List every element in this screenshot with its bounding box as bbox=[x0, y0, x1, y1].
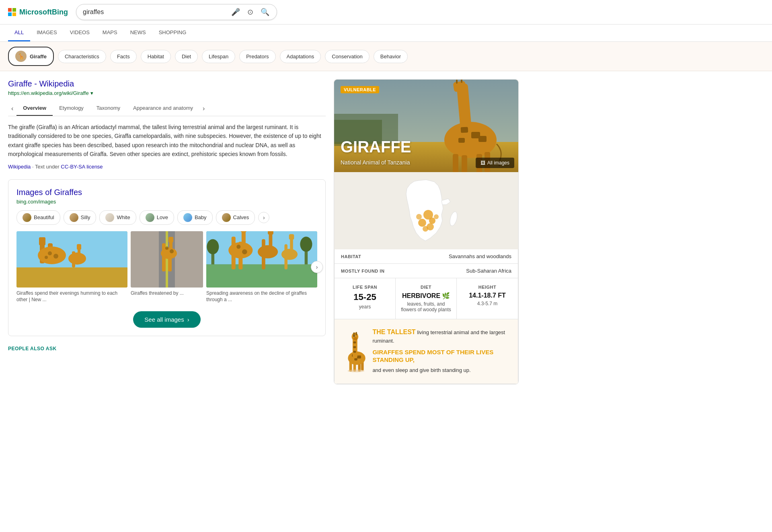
suggestion-predators-label: Predators bbox=[246, 53, 269, 60]
svg-point-37 bbox=[236, 244, 240, 249]
svg-point-69 bbox=[427, 223, 434, 230]
svg-point-66 bbox=[429, 218, 435, 224]
svg-point-71 bbox=[434, 214, 439, 219]
svg-point-34 bbox=[228, 242, 253, 258]
fun-fact-body-title: GIRAFFES SPEND MOST OF THEIR LIVES STAND… bbox=[372, 348, 510, 364]
filter-white[interactable]: White bbox=[99, 210, 136, 225]
filter-thumb-beautiful bbox=[23, 213, 31, 222]
wiki-subtab-next[interactable]: › bbox=[199, 102, 208, 115]
svg-rect-14 bbox=[77, 244, 81, 250]
svg-point-88 bbox=[353, 337, 357, 340]
svg-point-67 bbox=[418, 219, 426, 227]
suggestion-adaptations[interactable]: Adaptations bbox=[280, 50, 321, 63]
height-unit: 4.3-5.7 m bbox=[462, 301, 513, 306]
suggestion-diet[interactable]: Diet bbox=[175, 50, 198, 63]
diet-detail: leaves, fruits, and flowers of woody pla… bbox=[400, 301, 452, 312]
filter-baby[interactable]: Baby bbox=[177, 210, 213, 225]
filters-next-arrow[interactable]: › bbox=[258, 212, 269, 223]
svg-point-87 bbox=[353, 335, 355, 337]
svg-point-40 bbox=[258, 245, 278, 258]
svg-rect-45 bbox=[290, 237, 293, 255]
suggestion-lifespan-label: Lifespan bbox=[209, 53, 228, 60]
image-2[interactable] bbox=[131, 231, 203, 288]
suggestion-lifespan[interactable]: Lifespan bbox=[202, 50, 235, 63]
main-layout: Giraffe - Wikipedia https://en.wikipedia… bbox=[0, 71, 531, 392]
suggestion-diet-label: Diet bbox=[182, 53, 191, 60]
image-3-caption: Spreading awareness on the decline of gi… bbox=[206, 290, 317, 304]
image-1[interactable] bbox=[16, 231, 127, 288]
suggestion-conservation[interactable]: Conservation bbox=[325, 50, 370, 63]
suggestion-giraffe[interactable]: 🦒 Giraffe bbox=[8, 47, 54, 66]
svg-point-12 bbox=[68, 253, 86, 265]
svg-rect-55 bbox=[461, 80, 462, 83]
image-3[interactable] bbox=[206, 231, 317, 288]
hero-subtitle: National Animal of Tanzania bbox=[341, 159, 410, 166]
suggestion-behavior[interactable]: Behavior bbox=[374, 50, 408, 63]
wiki-body: The giraffe (Giraffa) is an African arti… bbox=[8, 123, 326, 159]
image-card-2[interactable]: Giraffes threatened by ... bbox=[131, 231, 203, 304]
svg-rect-86 bbox=[356, 332, 357, 335]
suggestion-characteristics[interactable]: Characteristics bbox=[58, 50, 106, 63]
wiki-subtab-etymology[interactable]: Etymology bbox=[53, 101, 90, 116]
tab-videos[interactable]: VIDEOS bbox=[64, 25, 96, 41]
tab-shopping[interactable]: SHOPPING bbox=[152, 25, 193, 41]
svg-rect-81 bbox=[353, 341, 356, 343]
habitat-row: HABITAT Savannahs and woodlands bbox=[335, 249, 518, 264]
svg-point-64 bbox=[449, 211, 459, 227]
wiki-subtab-appearance[interactable]: Appearance and anatomy bbox=[127, 101, 199, 116]
nav-tabs: ALL IMAGES VIDEOS MAPS NEWS SHOPPING bbox=[0, 25, 772, 42]
search-input[interactable] bbox=[83, 8, 230, 16]
logo-sq-green bbox=[12, 8, 16, 12]
wiki-subtab-overview[interactable]: Overview bbox=[16, 101, 53, 116]
svg-rect-56 bbox=[453, 154, 458, 172]
tab-maps[interactable]: MAPS bbox=[96, 25, 124, 41]
svg-point-38 bbox=[242, 249, 247, 254]
hero-image: VULNERABLE GIRAFFE National Animal of Ta… bbox=[334, 80, 518, 172]
filter-thumb-silly bbox=[70, 213, 78, 222]
found-label: MOSTLY FOUND IN bbox=[341, 269, 384, 273]
tab-news[interactable]: NEWS bbox=[124, 25, 152, 41]
filter-beautiful[interactable]: Beautiful bbox=[16, 210, 60, 225]
wiki-license-link[interactable]: CC-BY-SA license bbox=[61, 164, 103, 170]
svg-point-7 bbox=[38, 246, 66, 264]
see-all-images-button[interactable]: See all images › bbox=[133, 311, 200, 328]
suggestion-facts[interactable]: Facts bbox=[110, 50, 137, 63]
bing-logo[interactable]: MicrosoftBing bbox=[8, 8, 68, 16]
search-button[interactable]: 🔍 bbox=[260, 7, 270, 17]
tab-all[interactable]: ALL bbox=[8, 25, 30, 41]
images-url[interactable]: bing.com/images bbox=[16, 199, 317, 205]
all-images-button[interactable]: 🖼 All images bbox=[476, 158, 514, 168]
suggestion-characteristics-label: Characteristics bbox=[65, 53, 99, 60]
image-card-3[interactable]: Spreading awareness on the decline of gi… bbox=[206, 231, 317, 304]
tab-images[interactable]: IMAGES bbox=[30, 25, 64, 41]
wiki-title[interactable]: Giraffe - Wikipedia bbox=[8, 79, 326, 88]
svg-point-8 bbox=[48, 251, 52, 255]
fun-fact-section: THE TALLEST living terrestrial animal an… bbox=[335, 319, 518, 384]
visual-search-icon[interactable]: ⊙ bbox=[246, 7, 254, 17]
found-row: MOSTLY FOUND IN Sub-Saharan Africa bbox=[335, 264, 518, 278]
svg-point-10 bbox=[45, 256, 48, 259]
svg-rect-53 bbox=[453, 81, 466, 92]
logo-text: MicrosoftBing bbox=[19, 8, 68, 16]
wiki-attribution: Wikipedia · Text under CC-BY-SA license bbox=[8, 164, 326, 170]
wiki-subtab-prev[interactable]: ‹ bbox=[8, 102, 16, 115]
lifespan-stat: LIFE SPAN 15-25 years bbox=[335, 278, 396, 319]
giraffe-illustration bbox=[343, 327, 366, 376]
lifespan-unit: years bbox=[339, 304, 390, 310]
images-title[interactable]: Images of Giraffes bbox=[16, 188, 317, 197]
wiki-subtab-taxonomy[interactable]: Taxonomy bbox=[90, 101, 127, 116]
suggestion-habitat[interactable]: Habitat bbox=[141, 50, 171, 63]
mic-icon[interactable]: 🎤 bbox=[230, 7, 241, 17]
image-grid-next[interactable]: › bbox=[311, 261, 323, 273]
wikipedia-card: Giraffe - Wikipedia https://en.wikipedia… bbox=[8, 79, 326, 170]
image-card-1[interactable]: Giraffes spend their evenings humming to… bbox=[16, 231, 127, 304]
people-also-ask: PEOPLE ALSO ASK bbox=[8, 346, 326, 351]
wiki-url[interactable]: https://en.wikipedia.org/wiki/Giraffe ▾ bbox=[8, 90, 326, 96]
filter-silly[interactable]: Silly bbox=[64, 210, 96, 225]
wiki-attribution-link[interactable]: Wikipedia bbox=[8, 164, 31, 170]
filter-calves[interactable]: Calves bbox=[216, 210, 255, 225]
image-2-caption: Giraffes threatened by ... bbox=[131, 290, 203, 297]
filter-love[interactable]: Love bbox=[140, 210, 174, 225]
svg-rect-79 bbox=[354, 358, 357, 361]
suggestion-predators[interactable]: Predators bbox=[239, 50, 275, 63]
